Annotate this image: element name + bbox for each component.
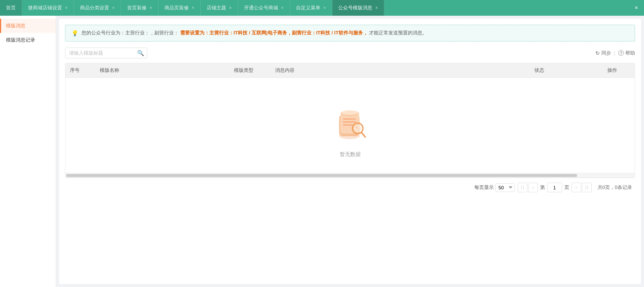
close-tab-theme[interactable]: × — [229, 5, 232, 10]
sidebar-item-template-log[interactable]: 模版消息记录 — [0, 33, 56, 47]
nav-tab-theme[interactable]: 店铺主题 × — [201, 0, 238, 16]
col-header-status: 状态 — [530, 63, 590, 77]
search-input-wrap: 🔍 — [65, 48, 147, 58]
nav-tab-productpage[interactable]: 商品页装修 × — [158, 0, 201, 16]
close-tab-productpage[interactable]: × — [192, 5, 194, 10]
total-text: 共0页，0条记录 — [598, 184, 632, 191]
search-icon[interactable]: 🔍 — [137, 50, 144, 57]
empty-illustration — [328, 100, 373, 145]
page-navigation: ⟨⟨ ＜ 第 页 ＞ ⟩⟩ — [518, 183, 592, 192]
first-page-button[interactable]: ⟨⟨ — [518, 183, 527, 192]
col-header-no: 序号 — [65, 63, 95, 77]
prev-page-button[interactable]: ＜ — [528, 183, 538, 192]
close-tab-custommenu[interactable]: × — [323, 5, 326, 10]
svg-point-11 — [356, 127, 357, 128]
scroll-thumb[interactable] — [66, 174, 577, 177]
nav-tab-custommenu[interactable]: 自定义菜单 × — [290, 0, 332, 16]
sync-icon: ↻ — [595, 50, 600, 56]
page-size-select[interactable]: 10 20 50 100 — [495, 183, 515, 192]
search-input[interactable] — [65, 48, 147, 58]
sync-button[interactable]: ↻ 同步 — [595, 50, 611, 57]
notice-text: 您的公众号行业为：主营行业：，副营行业： 需要设置为：主营行业：IT科技 / 互… — [81, 30, 427, 36]
toolbar-right: ↻ 同步 | ? 帮助 — [595, 50, 635, 57]
help-button[interactable]: ? 帮助 — [618, 50, 635, 57]
next-page-button[interactable]: ＞ — [571, 183, 581, 192]
close-tab-homepage[interactable]: × — [150, 5, 152, 10]
toolbar-divider: | — [614, 50, 615, 56]
sidebar: 模版消息 模版消息记录 — [0, 16, 56, 287]
nav-tab-category[interactable]: 商品分类设置 × — [74, 0, 121, 16]
search-bar: 🔍 ↻ 同步 | ? 帮助 — [65, 48, 635, 58]
notice-banner: 💡 您的公众号行业为：主营行业：，副营行业： 需要设置为：主营行业：IT科技 /… — [65, 25, 635, 42]
content-area: 💡 您的公众号行业为：主营行业：，副营行业： 需要设置为：主营行业：IT科技 /… — [59, 19, 641, 284]
top-navigation: 首页 微商城店铺设置 × 商品分类设置 × 首页装修 × 商品页装修 × 店铺主… — [0, 0, 644, 16]
empty-state: 暂无数据 — [65, 78, 635, 173]
nav-tab-weshop[interactable]: 微商城店铺设置 × — [22, 0, 74, 16]
col-header-content: 消息内容 — [271, 63, 530, 77]
global-close-button[interactable]: × — [629, 0, 644, 16]
nav-tab-openstore[interactable]: 开通公众号商城 × — [238, 0, 290, 16]
empty-text: 暂无数据 — [340, 151, 361, 158]
close-tab-category[interactable]: × — [112, 5, 115, 10]
pagination-bar: 每页显示 10 20 50 100 ⟨⟨ ＜ 第 页 ＞ ⟩⟩ 共0页，0条记录 — [65, 178, 635, 194]
nav-tab-home[interactable]: 首页 — [0, 0, 22, 16]
data-table: 序号 模版名称 模版类型 消息内容 状态 操作 — [65, 63, 635, 178]
close-tab-weshop[interactable]: × — [65, 5, 68, 10]
table-scrollbar[interactable] — [65, 173, 635, 177]
page-size-select-wrap: 每页显示 10 20 50 100 — [474, 183, 515, 192]
bulb-icon: 💡 — [71, 30, 78, 37]
sidebar-item-template-msg[interactable]: 模版消息 — [0, 19, 56, 33]
help-icon: ? — [618, 50, 624, 56]
last-page-button[interactable]: ⟩⟩ — [582, 183, 592, 192]
col-header-name: 模版名称 — [95, 63, 229, 77]
svg-point-9 — [354, 125, 361, 132]
col-header-action: 操作 — [590, 63, 635, 77]
nav-tab-template[interactable]: 公众号模版消息 × — [332, 0, 384, 16]
main-layout: 模版消息 模版消息记录 💡 您的公众号行业为：主营行业：，副营行业： 需要设置为… — [0, 16, 644, 287]
close-tab-template[interactable]: × — [375, 5, 378, 10]
svg-point-7 — [341, 110, 358, 115]
page-number-input[interactable] — [547, 183, 562, 192]
nav-tab-homepage[interactable]: 首页装修 × — [121, 0, 158, 16]
close-tab-openstore[interactable]: × — [281, 5, 284, 10]
col-header-type: 模版类型 — [229, 63, 271, 77]
table-header: 序号 模版名称 模版类型 消息内容 状态 操作 — [65, 63, 635, 78]
svg-point-12 — [358, 129, 359, 130]
svg-line-10 — [361, 132, 365, 137]
